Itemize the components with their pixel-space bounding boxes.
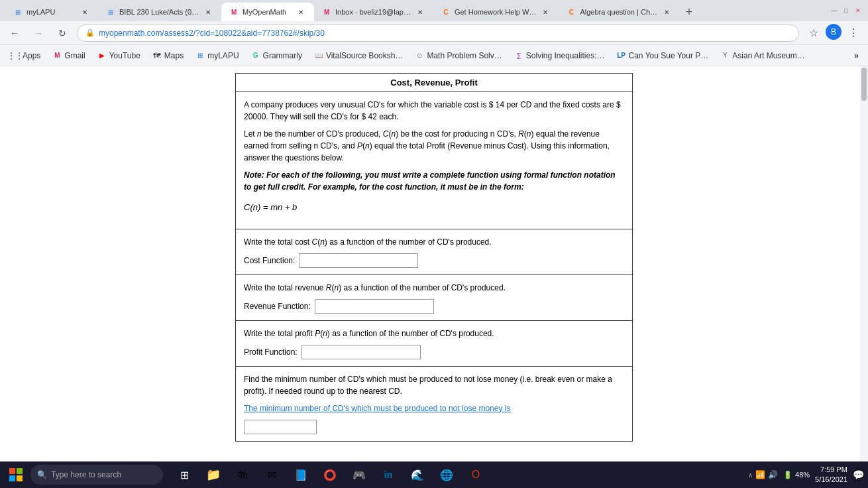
minimum-number-input[interactable] — [244, 420, 317, 434]
clock-date: 5/16/2021 — [815, 475, 847, 485]
window-controls: — □ ✕ — [830, 6, 863, 15]
sue-icon: LP — [617, 51, 626, 60]
bookmark-asianart[interactable]: Y Asian Art Museum… — [715, 48, 810, 64]
cn-n: n — [391, 129, 396, 139]
bookmark-star-icon[interactable]: ☆ — [804, 24, 823, 42]
tab-homework[interactable]: C Get Homework Help W… ✕ — [433, 3, 559, 21]
close-button[interactable]: ✕ — [853, 6, 863, 15]
address-actions: ☆ B ⋮ — [804, 24, 863, 42]
lock-icon: 🔒 — [85, 29, 95, 37]
taskbar-app7[interactable]: 🎮 — [346, 463, 372, 487]
tab-myopenmath[interactable]: M MyOpenMath ✕ — [221, 3, 314, 21]
minimize-button[interactable]: — — [830, 6, 839, 15]
up-arrow-icon[interactable]: ∧ — [748, 471, 753, 479]
taskbar-store[interactable]: 🛍 — [229, 463, 256, 487]
maps-icon: 🗺 — [152, 51, 162, 60]
taskbar-clock[interactable]: 7:59 PM 5/16/2021 — [815, 465, 847, 485]
tab-close-6[interactable]: ✕ — [661, 7, 672, 17]
tab-title-6: Algebra question | Ch… — [580, 8, 657, 16]
q1-input-row: Cost Function: — [244, 253, 624, 268]
tab-title-4: Inbox - bveliz19@lap… — [335, 8, 411, 16]
forward-button[interactable]: → — [29, 24, 48, 42]
revenue-function-input[interactable] — [315, 299, 434, 314]
battery-icon: 🔋 — [783, 471, 792, 479]
sound-icon[interactable]: 🔊 — [768, 470, 778, 479]
bookmark-grammarly-label: Grammarly — [263, 51, 302, 60]
tab-favicon-5: C — [441, 7, 451, 17]
taskbar-linkedin[interactable]: in — [375, 463, 402, 487]
tab-favicon-4: M — [322, 7, 331, 17]
bookmark-apps[interactable]: ⋮⋮ Apps — [5, 48, 46, 64]
bookmarks-more[interactable]: » — [850, 51, 863, 60]
extensions-icon[interactable]: ⋮ — [844, 24, 863, 42]
network-icon[interactable]: 📶 — [755, 470, 765, 479]
taskbar-office[interactable]: O — [462, 463, 489, 487]
tab-close-5[interactable]: ✕ — [540, 7, 551, 17]
back-button[interactable]: ← — [5, 24, 24, 42]
maximize-button[interactable]: □ — [841, 6, 851, 15]
taskbar-mail[interactable]: ✉ — [258, 463, 285, 487]
chrome-icon: 🌐 — [440, 469, 453, 481]
tab-close-1[interactable]: ✕ — [80, 7, 90, 17]
file-explorer-icon: 📁 — [206, 467, 221, 482]
notification-button[interactable]: 💬 — [853, 469, 864, 480]
taskbar-file-explorer[interactable]: 📁 — [200, 463, 227, 487]
q1-cost: Write the total cost C(n) as a function … — [236, 229, 632, 275]
mylapu-icon: ⊞ — [195, 51, 205, 60]
scrollbar-thumb[interactable] — [861, 68, 867, 101]
question-title: Cost, Revenue, Profit — [236, 74, 632, 92]
taskbar-task-view[interactable]: ⊞ — [171, 463, 197, 487]
gmail-icon: M — [52, 51, 62, 60]
bookmark-grammarly[interactable]: G Grammarly — [246, 48, 307, 64]
bookmark-inequalities[interactable]: ∑ Solving Inequalities:… — [509, 48, 610, 64]
bookmark-youtube[interactable]: ▶ YouTube — [92, 48, 146, 64]
question-intro: A company produces very unusual CD's for… — [236, 92, 632, 229]
scrollbar-track[interactable] — [860, 66, 868, 461]
bookmark-inequalities-label: Solving Inequalities:… — [526, 51, 605, 60]
bookmark-maps-label: Maps — [164, 51, 184, 60]
taskbar-chrome[interactable]: 🌐 — [433, 463, 460, 487]
taskbar-app5[interactable]: 📘 — [288, 463, 314, 487]
taskbar-search[interactable]: 🔍 Type here to search — [30, 465, 163, 485]
tab-close-4[interactable]: ✕ — [415, 7, 425, 17]
tab-bibl[interactable]: ⊞ BIBL 230 Luke/Acts (0… ✕ — [98, 3, 221, 21]
tab-inbox[interactable]: M Inbox - bveliz19@lap… ✕ — [314, 3, 433, 21]
start-button[interactable] — [4, 463, 28, 487]
profile-icon[interactable]: B — [826, 24, 841, 40]
q4-prompt: Find the minimum number of CD's which mu… — [244, 373, 624, 397]
url-bar[interactable]: 🔒 myopenmath.com/assess2/?cid=108022&aid… — [77, 25, 799, 42]
tab-close-3[interactable]: ✕ — [296, 7, 306, 17]
note-text: Note: For each of the following, you mus… — [244, 169, 624, 193]
rn-notation: R — [518, 129, 524, 139]
new-tab-button[interactable]: + — [680, 3, 698, 21]
cost-function-input[interactable] — [299, 253, 418, 268]
q3-label: Profit Function: — [244, 347, 298, 357]
bookmark-asianart-label: Asian Art Museum… — [732, 51, 804, 60]
profit-function-input[interactable] — [301, 345, 421, 359]
bookmark-mathproblem[interactable]: ⊙ Math Problem Solv… — [409, 48, 507, 64]
taskbar-edge[interactable]: 🌊 — [404, 463, 431, 487]
youtube-icon: ▶ — [97, 51, 107, 60]
cn-notation: C — [383, 129, 389, 139]
bookmark-gmail-label: Gmail — [64, 51, 85, 60]
bookmark-maps[interactable]: 🗺 Maps — [147, 48, 189, 64]
bookmark-sue[interactable]: LP Can You Sue Your P… — [612, 48, 714, 64]
app5-icon: 📘 — [294, 469, 307, 481]
q1-prompt: Write the total cost C(n) as a function … — [244, 236, 624, 248]
reload-button[interactable]: ↻ — [53, 24, 72, 42]
tab-close-2[interactable]: ✕ — [203, 7, 213, 17]
task-view-icon: ⊞ — [180, 469, 189, 481]
q1-label: Cost Function: — [244, 256, 295, 265]
taskbar-cortana[interactable]: ⭕ — [317, 463, 343, 487]
bookmark-vitalsource-label: VitalSource Booksh… — [326, 51, 404, 60]
q2-input-row: Revenue Function: — [244, 299, 624, 314]
q4-link-text: The minimum number of CD's which must be… — [244, 404, 510, 413]
q3-prompt: Write the total profit P(n) as a functio… — [244, 328, 624, 339]
pn-n: n — [365, 141, 370, 151]
bookmark-vitalsource[interactable]: 📖 VitalSource Booksh… — [309, 48, 409, 64]
tab-algebra[interactable]: C Algebra question | Ch… ✕ — [559, 3, 680, 21]
tab-mylapu[interactable]: ⊞ myLAPU ✕ — [5, 3, 98, 21]
bookmark-youtube-label: YouTube — [109, 51, 140, 60]
bookmark-gmail[interactable]: M Gmail — [47, 48, 90, 64]
bookmark-mylapu[interactable]: ⊞ myLAPU — [190, 48, 244, 64]
